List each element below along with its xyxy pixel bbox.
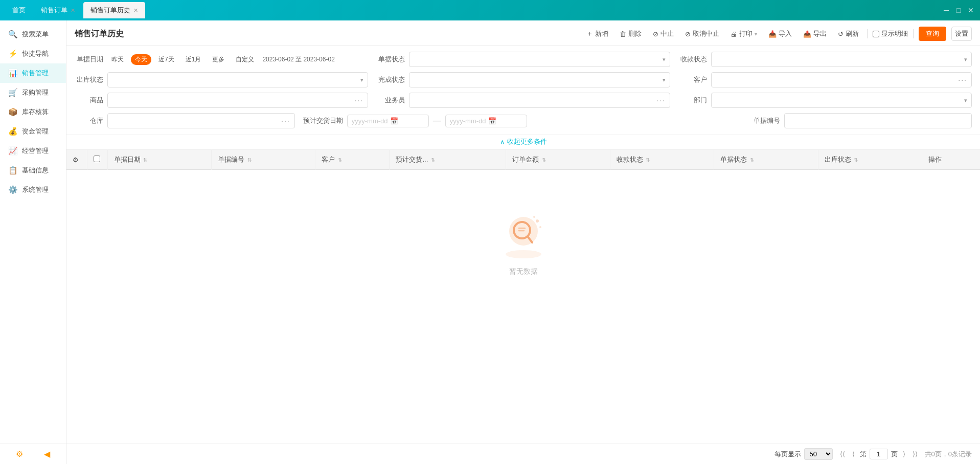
sort-customer-icon: ⇅ (338, 157, 342, 163)
filter-sales-rep-item: 业务员 ··· (376, 93, 670, 108)
import-button[interactable]: 📥 导入 (765, 27, 795, 40)
product-input[interactable]: ··· (107, 93, 368, 108)
filter-order-number-item: 单据编号 (751, 113, 972, 128)
sidebar-item-system[interactable]: ⚙️ 系统管理 (0, 180, 66, 200)
warehouse-input[interactable]: ··· (107, 113, 295, 128)
sidebar-collapse-button[interactable]: ◀ (44, 449, 50, 459)
empty-row: 暂无数据 (66, 170, 980, 318)
settings-button[interactable]: 设置 (951, 27, 972, 41)
per-page-select[interactable]: 50 100 200 (804, 448, 833, 460)
toolbar-divider (867, 29, 868, 38)
minimize-button[interactable]: ─ (942, 6, 950, 14)
delivery-date-to[interactable]: yyyy-mm-dd 📅 (445, 115, 527, 127)
filter-row-1: 单据日期 昨天 今天 近7天 近1月 更多 自定义 2023-06-02 至 2… (75, 52, 972, 67)
sidebar-item-quick-nav[interactable]: ⚡ 快捷导航 (0, 44, 66, 63)
query-label: 查询 (926, 29, 939, 38)
th-amount[interactable]: 订单金额 ⇅ (506, 150, 610, 170)
refresh-button[interactable]: ↺ 刷新 (835, 27, 862, 40)
print-button[interactable]: 🖨 打印 ▾ (727, 27, 760, 40)
sales-rep-label: 业务员 (376, 96, 405, 105)
payment-status-select[interactable]: ▾ (711, 52, 972, 67)
sidebar-item-purchase[interactable]: 🛒 采购管理 (0, 83, 66, 102)
sidebar-item-operations[interactable]: 📈 经营管理 (0, 141, 66, 161)
cancel-stop-button[interactable]: ⊘ 取消中止 (682, 27, 722, 40)
date-tag-custom[interactable]: 自定义 (232, 54, 258, 65)
svg-point-0 (506, 250, 541, 258)
toolbar: ＋ 新增 🗑 删除 ⊘ 中止 ⊘ 取消中止 🖨 打印 (583, 27, 972, 41)
sidebar-item-finance[interactable]: 💰 资金管理 (0, 122, 66, 141)
product-label: 商品 (75, 96, 103, 105)
filter-warehouse-item: 仓库 ··· (75, 113, 295, 128)
stop-button[interactable]: ⊘ 中止 (650, 27, 677, 40)
delete-button[interactable]: 🗑 删除 (617, 27, 645, 40)
department-select[interactable]: ▾ (711, 93, 972, 108)
payment-status-arrow-icon: ▾ (964, 56, 967, 63)
tab-bar: 首页销售订单✕销售订单历史✕ (5, 2, 942, 18)
outbound-status-select[interactable]: ▾ (107, 72, 368, 87)
main-layout: 🔍 搜索菜单 ⚡ 快捷导航 📊 销售管理 🛒 采购管理 📦 库存核算 💰 资金管… (0, 20, 980, 464)
tab-label-2: 销售订单历史 (90, 6, 130, 15)
sidebar-settings-button[interactable]: ⚙ (16, 449, 23, 459)
first-page-button[interactable]: ⟨⟨ (838, 449, 847, 459)
prev-page-button[interactable]: ⟨ (850, 449, 857, 459)
plus-icon: ＋ (586, 29, 593, 38)
sidebar-icon-finance: 💰 (8, 127, 18, 136)
stop-label: 中止 (660, 29, 674, 38)
order-status-select[interactable]: ▾ (409, 52, 670, 67)
sort-number-icon: ⇅ (247, 157, 252, 163)
th-date[interactable]: 单据日期 ⇅ (107, 150, 211, 170)
sidebar-item-sales[interactable]: 📊 销售管理 (0, 63, 66, 83)
filter-completion-item: 完成状态 ▾ (376, 72, 670, 87)
delivery-date-from[interactable]: yyyy-mm-dd 📅 (347, 115, 429, 127)
table-header-row: ⚙ 单据日期 ⇅ 单据编号 ⇅ (66, 150, 980, 170)
date-tag-1month[interactable]: 近1月 (181, 54, 206, 65)
th-outbound[interactable]: 出库状态 ⇅ (818, 150, 922, 170)
new-button[interactable]: ＋ 新增 (583, 27, 611, 40)
th-actions: 操作 (922, 150, 980, 170)
maximize-button[interactable]: □ (954, 6, 963, 14)
customer-dots-icon: ··· (958, 76, 967, 84)
sidebar-item-inventory[interactable]: 📦 库存核算 (0, 102, 66, 122)
th-payment[interactable]: 收款状态 ⇅ (610, 150, 714, 170)
show-details-checkbox[interactable] (873, 31, 879, 37)
select-all-checkbox[interactable] (94, 156, 100, 162)
th-checkbox[interactable] (87, 150, 107, 170)
th-number[interactable]: 单据编号 ⇅ (211, 150, 315, 170)
page-label: 第 (860, 450, 867, 459)
export-button[interactable]: 📤 导出 (800, 27, 830, 40)
tab-close-1[interactable]: ✕ (71, 7, 75, 14)
settings-gear-icon[interactable]: ⚙ (73, 156, 79, 164)
import-label: 导入 (779, 29, 792, 38)
th-delivery[interactable]: 预计交货... ⇅ (390, 150, 506, 170)
completion-status-select[interactable]: ▾ (409, 72, 670, 87)
date-tag-7days[interactable]: 近7天 (154, 54, 178, 65)
sales-rep-input[interactable]: ··· (409, 93, 670, 108)
order-number-input[interactable] (784, 113, 972, 128)
sidebar-item-basic-info[interactable]: 📋 基础信息 (0, 161, 66, 180)
page-header: 销售订单历史 ＋ 新增 🗑 删除 ⊘ 中止 ⊘ 取消中止 (66, 20, 980, 46)
collapse-bar[interactable]: ∧ 收起更多条件 (66, 135, 980, 150)
sidebar-item-search-menu[interactable]: 🔍 搜索菜单 (0, 25, 66, 44)
date-tag-yesterday[interactable]: 昨天 (107, 54, 128, 65)
query-button[interactable]: 查询 (919, 27, 946, 41)
delivery-date-label: 预计交货日期 (303, 116, 343, 125)
last-page-button[interactable]: ⟩⟩ (910, 449, 920, 459)
tab-1[interactable]: 销售订单✕ (34, 2, 82, 18)
th-order-status[interactable]: 单据状态 ⇅ (714, 150, 818, 170)
page-input[interactable] (870, 449, 888, 459)
tab-close-2[interactable]: ✕ (133, 7, 138, 14)
date-tag-today[interactable]: 今天 (131, 54, 151, 65)
customer-input[interactable]: ··· (711, 72, 972, 87)
show-details-label[interactable]: 显示明细 (873, 29, 908, 38)
next-page-button[interactable]: ⟩ (901, 449, 907, 459)
date-tag-more[interactable]: 更多 (208, 54, 229, 65)
close-window-button[interactable]: ✕ (967, 6, 975, 14)
th-settings[interactable]: ⚙ (66, 150, 87, 170)
tab-2[interactable]: 销售订单历史✕ (83, 2, 145, 18)
department-arrow-icon: ▾ (964, 97, 967, 104)
svg-point-8 (533, 216, 535, 218)
date-filter-label: 单据日期 (75, 55, 103, 64)
sidebar-icon-quick-nav: ⚡ (8, 49, 18, 58)
tab-0[interactable]: 首页 (5, 2, 33, 18)
th-customer[interactable]: 客户 ⇅ (315, 150, 390, 170)
